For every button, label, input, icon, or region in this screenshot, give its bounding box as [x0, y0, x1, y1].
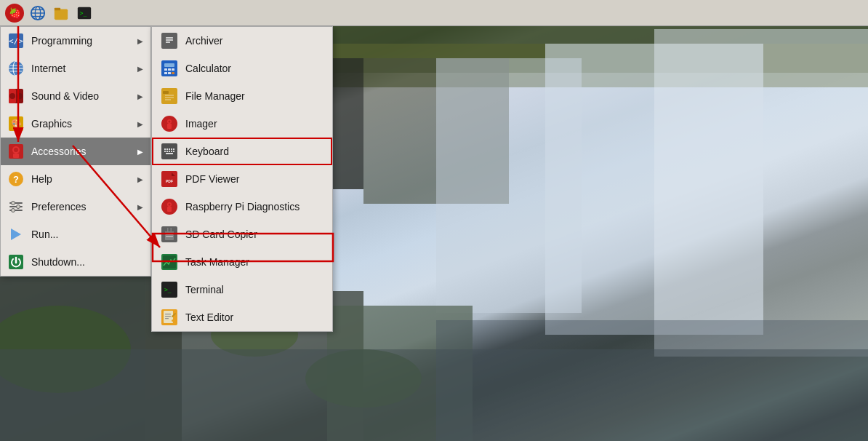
submenu-item-imager[interactable]: Imager	[152, 110, 332, 138]
svg-rect-109	[165, 318, 169, 319]
svg-rect-100	[166, 236, 173, 237]
svg-text:</>: </>	[9, 36, 23, 46]
preferences-label: Preferences	[31, 201, 130, 212]
menu-item-help[interactable]: ? Help ▶	[1, 165, 150, 193]
menu-item-sound-video[interactable]: Sound & Video ▶	[1, 82, 150, 110]
terminal-icon: >_	[161, 281, 178, 298]
svg-rect-62	[168, 68, 171, 71]
svg-rect-82	[164, 151, 166, 152]
help-arrow: ▶	[137, 175, 143, 183]
svg-rect-44	[13, 154, 19, 158]
accessories-icon	[8, 143, 24, 159]
menu-item-programming[interactable]: </> Programming ▶	[1, 27, 150, 55]
internet-arrow: ▶	[137, 65, 143, 73]
svg-text:>_: >_	[80, 9, 87, 16]
graphics-arrow: ▶	[137, 120, 143, 128]
submenu-item-pdf-viewer[interactable]: PDF PDF Viewer	[152, 165, 332, 193]
svg-marker-89	[172, 172, 175, 176]
svg-rect-24	[55, 9, 68, 20]
calculator-icon	[161, 60, 178, 77]
keyboard-label: Keyboard	[185, 146, 229, 157]
svg-rect-8	[654, 29, 868, 357]
preferences-icon	[8, 199, 24, 215]
svg-text:?: ?	[13, 174, 19, 185]
svg-rect-98	[172, 228, 174, 231]
graphics-icon: 🎨	[8, 116, 24, 132]
submenu-item-keyboard[interactable]: Keyboard	[152, 138, 332, 165]
sound-video-label: Sound & Video	[31, 90, 130, 102]
svg-text:PDF: PDF	[166, 179, 173, 183]
menu-item-graphics[interactable]: 🎨 Graphics ▶	[1, 110, 150, 138]
submenu-item-rpi-diagnostics[interactable]: Raspberry Pi Diagnostics	[152, 193, 332, 220]
submenu-item-sd-card-copier[interactable]: SD Card Copier	[152, 220, 332, 248]
svg-rect-64	[164, 72, 167, 74]
shutdown-icon	[8, 254, 24, 270]
svg-rect-60	[164, 63, 174, 67]
submenu-item-task-manager[interactable]: Task Manager	[152, 248, 332, 276]
archiver-icon	[161, 32, 178, 49]
svg-marker-53	[11, 229, 21, 240]
rpi-diagnostics-label: Raspberry Pi Diagnostics	[185, 201, 300, 212]
svg-rect-84	[169, 151, 170, 152]
svg-rect-108	[165, 316, 171, 317]
svg-point-43	[14, 148, 18, 152]
svg-rect-65	[168, 72, 171, 74]
svg-rect-96	[165, 228, 167, 231]
help-icon: ?	[8, 171, 24, 187]
pdf-viewer-icon: PDF	[161, 170, 178, 188]
accessories-label: Accessories	[31, 146, 130, 157]
svg-point-37	[9, 93, 15, 99]
graphics-label: Graphics	[31, 118, 130, 130]
sound-video-arrow: ▶	[137, 92, 143, 100]
menu-item-shutdown[interactable]: Shutdown...	[1, 248, 150, 276]
taskbar: 🍓 >_	[0, 0, 868, 26]
svg-rect-63	[172, 68, 174, 71]
svg-rect-75	[167, 124, 172, 129]
terminal-label: Terminal	[185, 284, 224, 295]
svg-rect-56	[166, 37, 173, 39]
svg-rect-99	[166, 234, 173, 235]
menu-item-accessories[interactable]: Accessories ▶	[1, 138, 150, 165]
svg-rect-86	[173, 151, 174, 152]
svg-point-38	[17, 93, 23, 99]
web-browser-button[interactable]	[28, 3, 48, 23]
svg-rect-83	[166, 151, 168, 152]
svg-rect-57	[166, 39, 173, 41]
help-label: Help	[31, 173, 130, 185]
menu-item-run[interactable]: Run...	[1, 220, 150, 248]
accessories-submenu: Archiver Calculator	[151, 26, 333, 332]
text-editor-icon	[161, 309, 178, 326]
svg-rect-16	[436, 320, 868, 441]
svg-rect-78	[166, 148, 168, 150]
svg-point-74	[169, 121, 171, 123]
terminal-button[interactable]: >_	[74, 3, 95, 23]
file-manager-button[interactable]	[51, 3, 71, 23]
internet-icon	[8, 60, 24, 76]
svg-rect-77	[164, 148, 166, 150]
menu-item-internet[interactable]: Internet ▶	[1, 55, 150, 82]
programming-arrow: ▶	[137, 37, 143, 45]
svg-text:🎨: 🎨	[11, 118, 22, 129]
submenu-item-file-manager[interactable]: File Manager	[152, 82, 332, 110]
submenu-item-text-editor[interactable]: Text Editor	[152, 303, 332, 331]
svg-rect-81	[173, 148, 174, 150]
programming-icon: </>	[8, 33, 24, 49]
calculator-label: Calculator	[185, 63, 231, 74]
sound-video-icon	[8, 88, 24, 104]
menu-item-preferences[interactable]: Preferences ▶	[1, 193, 150, 220]
submenu-item-calculator[interactable]: Calculator	[152, 55, 332, 82]
accessories-arrow: ▶	[137, 148, 143, 156]
pdf-viewer-label: PDF Viewer	[185, 173, 239, 185]
file-manager-icon	[161, 87, 178, 105]
rpi-menu-button[interactable]: 🍓	[4, 3, 25, 23]
task-manager-icon	[161, 253, 178, 271]
submenu-item-archiver[interactable]: Archiver	[152, 27, 332, 55]
svg-rect-25	[55, 7, 60, 10]
svg-rect-104	[164, 311, 173, 323]
svg-rect-94	[167, 207, 172, 212]
svg-rect-68	[163, 91, 169, 94]
submenu-item-terminal[interactable]: >_ Terminal	[152, 276, 332, 303]
svg-point-93	[169, 204, 171, 206]
run-icon	[8, 226, 24, 242]
svg-rect-66	[172, 72, 174, 74]
